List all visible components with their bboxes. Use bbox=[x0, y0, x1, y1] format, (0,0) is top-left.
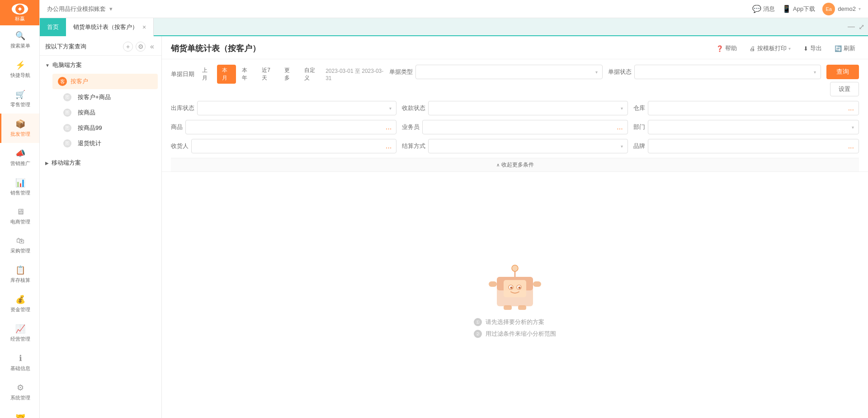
user-action[interactable]: Ea demo2 ▾ bbox=[822, 3, 861, 15]
filter-row-4: 收货人 ... 结算方式 ▾ 品牌 bbox=[171, 139, 859, 153]
dropdown-arrow[interactable]: ▾ bbox=[109, 5, 113, 12]
message-icon: 💬 bbox=[752, 5, 761, 13]
tab-home[interactable]: 首页 bbox=[40, 18, 66, 36]
sales-icon: 📊 bbox=[15, 178, 25, 188]
date-btn-custom[interactable]: 自定义 bbox=[299, 65, 323, 84]
goods-input[interactable]: ... bbox=[185, 120, 396, 134]
sidebar-item-search[interactable]: 🔍 搜索菜单 bbox=[0, 25, 39, 55]
tab-bar: 首页 销货单统计表（按客户） × — ⤢ bbox=[40, 18, 868, 36]
scheme-collapse-button[interactable]: « bbox=[148, 42, 156, 52]
sidebar-item-label: 搜索菜单 bbox=[10, 43, 30, 49]
scheme-item-return[interactable]: 图 退货统计 bbox=[52, 136, 158, 151]
ecommerce-icon: 🖥 bbox=[16, 207, 24, 217]
search-icon: 🔍 bbox=[15, 31, 25, 41]
export-label: 导出 bbox=[810, 44, 822, 52]
management-icon: 📈 bbox=[15, 324, 25, 334]
sidebar-item-management[interactable]: 📈 经营管理 bbox=[0, 318, 39, 348]
desktop-group-label: 电脑端方案 bbox=[52, 61, 82, 69]
sidebar-item-purchase[interactable]: 🛍 采购管理 bbox=[0, 231, 39, 260]
scheme-desktop-group-header[interactable]: ▼ 电脑端方案 bbox=[40, 57, 161, 73]
maximize-tab-icon[interactable]: ⤢ bbox=[859, 23, 864, 31]
sidebar-item-marketing[interactable]: 📣 营销推广 bbox=[0, 143, 39, 172]
warehouse-dots[interactable]: ... bbox=[848, 104, 854, 112]
dept-select[interactable]: ▾ bbox=[648, 120, 859, 134]
refresh-icon: 🔄 bbox=[835, 45, 842, 52]
refresh-button[interactable]: 🔄 刷新 bbox=[831, 43, 859, 54]
salesperson-input[interactable]: ... bbox=[422, 120, 627, 134]
message-action[interactable]: 💬 消息 bbox=[752, 5, 775, 13]
scheme-mobile-group-header[interactable]: ▶ 移动端方案 bbox=[40, 155, 161, 171]
order-status-select[interactable]: ▾ bbox=[634, 65, 821, 79]
order-type-label: 单据类型 bbox=[389, 68, 413, 76]
collapse-bar[interactable]: ∧ 收起更多条件 bbox=[171, 158, 859, 171]
sidebar-item-finance[interactable]: 💰 资金管理 bbox=[0, 289, 39, 318]
goods-dots[interactable]: ... bbox=[386, 123, 392, 131]
brand-dots[interactable]: ... bbox=[848, 142, 854, 150]
scheme-add-button[interactable]: + bbox=[123, 42, 133, 52]
scheme-item-label-goods99: 按商品99 bbox=[78, 124, 102, 132]
date-btn-7days[interactable]: 近7天 bbox=[257, 65, 278, 84]
sidebar-item-label: 系统管理 bbox=[10, 394, 30, 401]
settlement-select[interactable]: ▾ bbox=[428, 139, 627, 153]
page-title-bar: 销货单统计表（按客户） ❓ 帮助 🖨 按模板打印 ▾ ⬇ 导出 bbox=[162, 36, 868, 59]
empty-hint-2: ② 用过滤条件来缩小分析范围 bbox=[474, 330, 556, 338]
collapse-arrow-icon: ∧ bbox=[496, 162, 500, 167]
date-btn-this-month[interactable]: 本月 bbox=[217, 65, 236, 84]
app-download-action[interactable]: 📱 App下载 bbox=[782, 5, 815, 13]
sidebar-item-retail[interactable]: 🛒 零售管理 bbox=[0, 84, 39, 114]
sidebar-item-wholesale[interactable]: 📦 批发管理 bbox=[0, 114, 39, 143]
scheme-settings-button[interactable]: ⚙ bbox=[136, 42, 146, 52]
out-status-select[interactable]: ▾ bbox=[197, 101, 396, 115]
scheme-item-icon-goods99: 图 bbox=[63, 124, 71, 132]
date-btn-more[interactable]: 更多 bbox=[279, 65, 298, 84]
query-button[interactable]: 查询 bbox=[826, 65, 859, 79]
scheme-item-icon-customer: 客 bbox=[58, 77, 67, 86]
salesperson-dots[interactable]: ... bbox=[617, 123, 623, 131]
order-type-group: 单据类型 ▾ bbox=[389, 65, 602, 79]
dept-label: 部门 bbox=[633, 123, 645, 131]
desktop-group-arrow: ▼ bbox=[45, 63, 50, 68]
hint-text-1: 请先选择要分析的方案 bbox=[486, 318, 544, 326]
brand-input[interactable]: ... bbox=[648, 139, 859, 153]
sidebar-item-sales[interactable]: 📊 销售管理 bbox=[0, 172, 39, 202]
help-button[interactable]: ❓ 帮助 bbox=[712, 43, 741, 54]
order-type-select[interactable]: ▾ bbox=[415, 65, 602, 79]
sidebar-item-label: 基础信息 bbox=[10, 365, 30, 372]
settlement-label: 结算方式 bbox=[402, 142, 425, 150]
order-type-caret: ▾ bbox=[595, 70, 598, 75]
export-button[interactable]: ⬇ 导出 bbox=[800, 43, 826, 54]
scheme-item-customer[interactable]: 客 按客户 bbox=[52, 74, 158, 89]
top-header: 办公用品行业模拟账套 ▾ 💬 消息 📱 App下载 Ea demo2 ▾ bbox=[40, 0, 868, 18]
setting-button[interactable]: 设置 bbox=[830, 82, 859, 96]
scheme-header: 按以下方案查询 + ⚙ « bbox=[40, 36, 161, 56]
print-dropdown-arrow[interactable]: ▾ bbox=[788, 46, 791, 51]
minimize-tab-icon[interactable]: — bbox=[848, 23, 855, 31]
date-btn-last-month[interactable]: 上月 bbox=[197, 65, 216, 84]
scheme-item-goods99[interactable]: 图 按商品99 bbox=[52, 121, 158, 135]
tab-close-button[interactable]: × bbox=[142, 24, 146, 31]
receipt-status-select[interactable]: ▾ bbox=[428, 101, 627, 115]
scheme-items-list: 客 按客户 图 按客户+商品 图 按商品 图 按商品99 bbox=[40, 74, 161, 151]
sidebar-item-basic[interactable]: ℹ 基础信息 bbox=[0, 348, 39, 377]
purchase-icon: 🛍 bbox=[16, 236, 24, 246]
scheme-item-label-return: 退货统计 bbox=[78, 139, 101, 147]
recipient-dots[interactable]: ... bbox=[386, 142, 392, 150]
sidebar-item-system[interactable]: ⚙ 系统管理 bbox=[0, 377, 39, 407]
filter-row-3: 商品 ... 业务员 ... 部门 bbox=[171, 120, 859, 134]
print-button[interactable]: 🖨 按模板打印 ▾ bbox=[746, 43, 794, 54]
sidebar-item-inventory[interactable]: 📋 库存核算 bbox=[0, 260, 39, 289]
scheme-item-customer-goods[interactable]: 图 按客户+商品 bbox=[52, 90, 158, 104]
scheme-item-goods[interactable]: 图 按商品 bbox=[52, 105, 158, 120]
dept-caret: ▾ bbox=[852, 125, 854, 130]
help-label: 帮助 bbox=[725, 44, 737, 52]
sidebar-item-cooperation[interactable]: 🤝 企业协同 bbox=[0, 407, 39, 418]
date-filter-group: 单据日期 上月 本月 本年 近7天 更多 自定义 2023-03-01 至 20… bbox=[171, 65, 384, 84]
tab-report[interactable]: 销货单统计表（按客户） × bbox=[66, 18, 154, 36]
warehouse-input[interactable]: ... bbox=[648, 101, 859, 115]
dept-group: 部门 ▾ bbox=[633, 120, 859, 134]
filter-section: 单据日期 上月 本月 本年 近7天 更多 自定义 2023-03-01 至 20… bbox=[162, 59, 868, 172]
date-btn-this-year[interactable]: 本年 bbox=[237, 65, 256, 84]
sidebar-item-nav[interactable]: ⚡ 快捷导航 bbox=[0, 55, 39, 84]
recipient-input[interactable]: ... bbox=[191, 139, 396, 153]
sidebar-item-ecommerce[interactable]: 🖥 电商管理 bbox=[0, 202, 39, 231]
